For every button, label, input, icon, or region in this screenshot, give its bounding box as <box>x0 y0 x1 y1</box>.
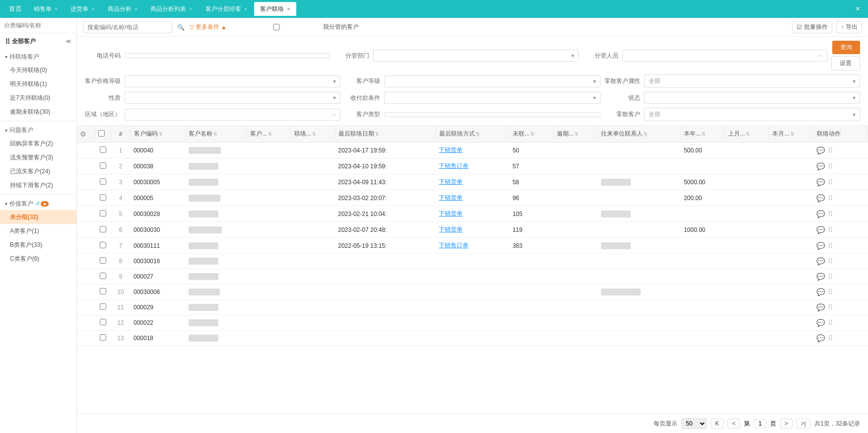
more-action-icon[interactable]: ⠿ <box>828 319 833 327</box>
sidebar-item-today[interactable]: 今天待联络(0) <box>0 63 76 77</box>
chat-icon[interactable]: 💬 <box>816 210 825 218</box>
chat-icon[interactable]: 💬 <box>816 178 825 186</box>
chat-icon[interactable]: 💬 <box>816 319 825 327</box>
chat-icon[interactable]: 💬 <box>816 242 825 250</box>
prev-page-btn[interactable]: < <box>728 419 740 429</box>
more-action-icon[interactable]: ⠿ <box>828 242 833 250</box>
th-type[interactable]: 客户...⇅ <box>247 126 291 143</box>
customer-contact-tab-close[interactable]: × <box>287 6 290 12</box>
last-method-link[interactable]: 下销售订单 <box>439 162 468 169</box>
analysis-tab-close[interactable]: × <box>134 6 137 12</box>
sidebar-item-7days[interactable]: 近7天待联络(0) <box>0 91 76 105</box>
all-customers-header[interactable]: ⠿ 全部客户 ≪ <box>0 33 76 50</box>
retail-customer-select[interactable]: 全部 ▾ <box>644 108 860 121</box>
customer-type-select[interactable] <box>384 112 600 117</box>
person-input[interactable]: ··· <box>622 50 827 62</box>
sidebar-item-churn-warning[interactable]: 流失预警客户(3) <box>0 150 76 164</box>
row-check[interactable] <box>95 190 111 206</box>
more-action-icon[interactable]: ⠿ <box>828 210 833 218</box>
reset-button[interactable]: 设置 <box>831 56 860 71</box>
last-method-link[interactable]: 下销货单 <box>439 226 463 233</box>
payment-select[interactable]: ▾ <box>384 92 600 104</box>
customer-contact-tab[interactable]: 客户联络 × <box>254 2 296 16</box>
customer-mgr-tab[interactable]: 客户分层经客 × <box>200 2 253 16</box>
chat-icon[interactable]: 💬 <box>816 334 825 342</box>
sidebar-collapse-btn[interactable]: ≪ <box>66 38 71 45</box>
row-check[interactable] <box>95 254 111 269</box>
query-button[interactable]: 查询 <box>832 41 860 54</box>
purchase-tab-close[interactable]: × <box>91 6 94 12</box>
my-customers-checkbox[interactable] <box>232 24 321 30</box>
retail-attr-select[interactable]: 全部 ▾ <box>644 74 860 88</box>
th-last-method[interactable]: 最后联络方式⇅ <box>436 126 509 143</box>
chat-icon[interactable]: 💬 <box>816 257 825 265</box>
first-page-btn[interactable]: K <box>711 419 724 429</box>
more-action-icon[interactable]: ⠿ <box>828 146 833 154</box>
customer-mgr-tab-close[interactable]: × <box>244 6 247 12</box>
group-problem-header[interactable]: ▾ 问题客户 <box>0 123 76 137</box>
th-no-contact[interactable]: 未联...⇅ <box>510 126 554 143</box>
row-last-method[interactable]: 下销货单 <box>436 174 509 190</box>
row-check[interactable] <box>95 315 111 331</box>
customer-level-select[interactable]: ▾ <box>384 75 600 87</box>
search-icon[interactable]: 🔍 <box>177 24 185 31</box>
more-action-icon[interactable]: ⠿ <box>828 273 833 281</box>
sidebar-item-declining[interactable]: 持续下滑客户(2) <box>0 178 76 192</box>
more-action-icon[interactable]: ⠿ <box>828 178 833 186</box>
row-last-method[interactable]: 下销货单 <box>436 143 509 158</box>
sidebar-item-a-class[interactable]: A类客户(1) <box>0 224 76 238</box>
th-last-date[interactable]: 最后联络日期⇅ <box>335 126 436 143</box>
row-last-method[interactable]: 下销货单 <box>436 206 509 222</box>
more-action-icon[interactable]: ⠿ <box>828 257 833 265</box>
row-check[interactable] <box>95 331 111 346</box>
last-method-link[interactable]: 下销货单 <box>439 178 463 185</box>
th-last-month[interactable]: 上月...⇅ <box>725 126 769 143</box>
area-input[interactable]: ··· <box>125 109 340 121</box>
last-method-link[interactable]: 下销货单 <box>439 146 463 153</box>
search-input[interactable] <box>83 21 172 33</box>
price-level-select[interactable]: ▾ <box>125 75 340 87</box>
analysis-list-tab[interactable]: 商品分析列表 × <box>144 2 198 16</box>
sidebar-item-c-class[interactable]: C类客户(6) <box>0 252 76 266</box>
dept-select[interactable]: ▾ <box>373 50 578 62</box>
th-code[interactable]: 客户编码⇅ <box>131 126 186 143</box>
chat-icon[interactable]: 💬 <box>816 162 825 170</box>
more-action-icon[interactable]: ⠿ <box>828 162 833 170</box>
th-name[interactable]: 客户名称⇅ <box>186 126 247 143</box>
chat-icon[interactable]: 💬 <box>816 194 825 202</box>
row-check[interactable] <box>95 238 111 254</box>
row-last-method[interactable]: 下销货单 <box>436 222 509 238</box>
sidebar-search-input[interactable] <box>4 22 77 29</box>
sidebar-item-overdue[interactable]: 逾期未联络(30) <box>0 105 76 119</box>
more-action-icon[interactable]: ⠿ <box>828 334 833 342</box>
more-action-icon[interactable]: ⠿ <box>828 288 833 296</box>
chat-icon[interactable]: 💬 <box>816 226 825 234</box>
sidebar-item-churned[interactable]: 已流失客户(24) <box>0 164 76 178</box>
sidebar-item-b-class[interactable]: B类客户(33) <box>0 238 76 252</box>
th-contact[interactable]: 联络...⇅ <box>291 126 335 143</box>
last-page-btn[interactable]: >| <box>797 419 810 429</box>
batch-op-btn[interactable]: ☑ 批量操作 <box>792 21 832 33</box>
more-action-icon[interactable]: ⠿ <box>828 303 833 311</box>
th-overdue[interactable]: 逾期...⇅ <box>554 126 598 143</box>
last-method-link[interactable]: 下销货单 <box>439 194 463 201</box>
th-this-year[interactable]: 本年...⇅ <box>681 126 725 143</box>
select-all-checkbox[interactable] <box>98 130 105 137</box>
value-edit-icon[interactable]: ↺ <box>35 201 40 207</box>
row-last-method[interactable]: 下销售订单 <box>436 158 509 174</box>
status-select[interactable]: ▾ <box>644 92 860 104</box>
chat-icon[interactable]: 💬 <box>816 288 825 296</box>
th-contact-person[interactable]: 往来单位联系人⇅ <box>598 126 681 143</box>
row-check[interactable] <box>95 285 111 300</box>
sales-tab[interactable]: 销售单 × <box>28 2 64 16</box>
sidebar-item-tomorrow[interactable]: 明天待联络(1) <box>0 77 76 91</box>
phone-input[interactable] <box>125 53 330 58</box>
more-action-icon[interactable]: ⠿ <box>828 194 833 202</box>
row-check[interactable] <box>95 143 111 158</box>
more-conditions-btn[interactable]: ▽ 更多条件 ▲ <box>190 23 227 31</box>
sidebar-item-repurchase-abnormal[interactable]: 回购异常客户(2) <box>0 137 76 150</box>
group-waiting-header[interactable]: ▾ 待联络客户 <box>0 50 76 63</box>
home-tab[interactable]: 首页 <box>4 2 27 16</box>
analysis-tab[interactable]: 商品分析 × <box>102 2 143 16</box>
chat-icon[interactable]: 💬 <box>816 273 825 281</box>
